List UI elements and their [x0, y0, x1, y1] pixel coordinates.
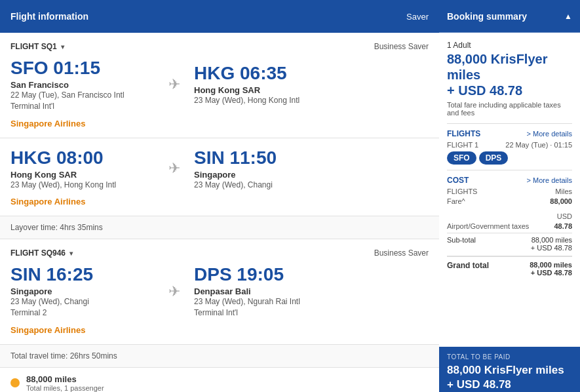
route-pill-row: SFO DPS [447, 151, 572, 165]
flight-hkg-dep-city: Hong Kong SAR [10, 170, 155, 180]
flight1-date: 22 May (Tue) · 01:15 [505, 141, 572, 149]
miles-info: 88,000 miles Total miles, 1 passenger [26, 374, 104, 392]
plane-icon-1-wrap: ✈ [155, 76, 194, 93]
flight-sq946-arr-time: DPS 19:05 [194, 264, 338, 285]
total-price-usd: + USD 48.78 [447, 83, 522, 98]
cost-section-title: COST [447, 176, 469, 185]
flight-sq946-section: FLIGHT SQ946 ▾ Business Saver SIN 16:25 … [0, 239, 439, 345]
subtotal-value: 88,000 miles + USD 48.78 [531, 236, 572, 252]
miles-amount: 88,000 miles [26, 374, 104, 384]
flight-sq946-dep-time: SIN 16:25 [10, 264, 155, 285]
plane-icon-1: ✈ [168, 76, 180, 93]
total-to-pay-section: TOTAL TO BE PAID 88,000 KrisFlyer miles … [439, 347, 580, 392]
fare-label: Fare^ [447, 197, 465, 205]
flight-sq946-chevron: ▾ [69, 250, 73, 257]
grand-total-row: Grand total 88,000 miles + USD 48.78 [447, 256, 572, 277]
airport-value: 48.78 [554, 222, 572, 230]
flight-sin-arr-date: 23 May (Wed), Changi [194, 180, 338, 191]
fare-value: 88,000 [550, 197, 572, 205]
flight-tag-row-1: FLIGHT SQ1 ▾ Business Saver [10, 42, 429, 51]
miles-dot-icon [10, 378, 20, 387]
plane-icon-2: ✈ [168, 160, 180, 177]
flights-section-row: FLIGHTS > More details [447, 129, 572, 138]
flight-sq1-arr-time: HKG 06:35 [194, 63, 338, 84]
plane-icon-3-wrap: ✈ [155, 283, 194, 300]
flight-sq1-departure: SFO 01:15 San Francisco 22 May (Tue), Sa… [10, 58, 155, 112]
flight-sq1-airline[interactable]: Singapore Airlines [10, 119, 85, 128]
flight-hkg-dep: HKG 08:00 Hong Kong SAR 23 May (Wed), Ho… [10, 147, 155, 191]
total-price: 88,000 KrisFlyer miles + USD 48.78 [447, 51, 572, 98]
flight-sq1-arr-city: Hong Kong SAR [194, 85, 338, 95]
booking-body: 1 Adult 88,000 KrisFlyer miles + USD 48.… [439, 33, 580, 347]
flight-tag-row-3: FLIGHT SQ946 ▾ Business Saver [10, 248, 429, 258]
grand-total-label: Grand total [447, 261, 489, 277]
flight-hkg-sin-route: HKG 08:00 Hong Kong SAR 23 May (Wed), Ho… [10, 147, 429, 191]
usd-col-label: USD [557, 212, 572, 220]
total-to-pay-label: TOTAL TO BE PAID [447, 353, 572, 361]
total-travel-text: Total travel time: 26hrs 50mins [10, 351, 117, 361]
cost-section-row: COST > More details [447, 176, 572, 185]
flight-sq1-arr-date: 23 May (Wed), Hong Kong Intl [194, 95, 338, 106]
route-to-pill: DPS [479, 151, 509, 165]
flights-cost-miles-label: Miles [555, 187, 572, 195]
flight-info-header: Flight information Saver [0, 0, 439, 33]
plane-icon-3: ✈ [168, 283, 180, 300]
flights-section-title: FLIGHTS [447, 129, 480, 138]
flight-sq946-dep: SIN 16:25 Singapore 23 May (Wed), Changi… [10, 264, 155, 319]
flight-sq946-arr-city: Denpasar Bali [194, 286, 338, 296]
divider-1 [447, 123, 572, 124]
chevron-up-icon[interactable]: ▲ [564, 12, 572, 21]
route-from-pill: SFO [447, 151, 476, 165]
divider-2 [447, 170, 572, 170]
flight-sq946-airline[interactable]: Singapore Airlines [10, 325, 85, 335]
layover-text: Layover time: 4hrs 35mins [10, 223, 103, 232]
flight-hkg-dep-time: HKG 08:00 [10, 147, 155, 168]
flight-sq1-2-airline[interactable]: Singapore Airlines [10, 197, 85, 206]
flight-info-title: Flight information [10, 11, 88, 22]
flight-sq1-label: FLIGHT SQ1 [10, 42, 57, 51]
flight-sq1-class: Business Saver [374, 42, 429, 51]
flight-sq1-route: SFO 01:15 San Francisco 22 May (Tue), Sa… [10, 58, 429, 112]
flight-sq1-arrival: HKG 06:35 Hong Kong SAR 23 May (Wed), Ho… [194, 63, 338, 106]
booking-summary-panel: Booking summary ▲ 1 Adult 88,000 KrisFly… [439, 0, 580, 392]
flight-sq946-label: FLIGHT SQ946 [10, 248, 66, 258]
flight-sin-arr-time: SIN 11:50 [194, 147, 338, 168]
booking-summary-title: Booking summary [447, 11, 527, 22]
flight-sq1-dep-time: SFO 01:15 [10, 58, 155, 79]
flight-sq946-arr-date: 23 May (Wed), Ngurah Rai Intl Terminal I… [194, 296, 338, 319]
flight-hkg-dep-date: 23 May (Wed), Hong Kong Intl [10, 180, 155, 191]
price-note: Total fare including applicable taxes an… [447, 101, 572, 117]
grand-total-value: 88,000 miles + USD 48.78 [530, 261, 572, 277]
flight-sq946-dep-date: 23 May (Wed), Changi Terminal 2 [10, 296, 155, 319]
fare-row: Fare^ 88,000 [447, 197, 572, 205]
booking-summary-header: Booking summary ▲ [439, 0, 580, 33]
flight-sq1-dep-date: 22 May (Tue), San Francisco Intl Termina… [10, 90, 155, 112]
total-price-miles: 88,000 KrisFlyer miles [447, 52, 547, 82]
flight1-date-row: FLIGHT 1 22 May (Tue) · 01:15 [447, 141, 572, 149]
flight-sin-arr-city: Singapore [194, 170, 338, 180]
flight-tag-3[interactable]: FLIGHT SQ946 ▾ [10, 248, 73, 258]
flight-sq946-dep-city: Singapore [10, 286, 155, 296]
plane-icon-2-wrap: ✈ [155, 160, 194, 177]
layover-row: Layover time: 4hrs 35mins [0, 216, 439, 239]
total-to-pay-value: 88,000 KrisFlyer miles + USD 48.78 [447, 363, 572, 392]
total-travel: Total travel time: 26hrs 50mins [0, 345, 439, 367]
flight-tag-1[interactable]: FLIGHT SQ1 ▾ [10, 42, 64, 51]
saver-label: Saver [406, 12, 429, 22]
flight-sq1-chevron: ▾ [61, 43, 64, 50]
flight-sq946-class: Business Saver [374, 248, 429, 258]
flight-sq1-section: FLIGHT SQ1 ▾ Business Saver SFO 01:15 Sa… [0, 33, 439, 138]
flight-sq1-dep-city: San Francisco [10, 80, 155, 90]
cost-more-details[interactable]: > More details [527, 176, 572, 184]
subtotal-row: Sub-total 88,000 miles + USD 48.78 [447, 233, 572, 252]
airport-label: Airport/Government taxes [447, 222, 529, 230]
miles-summary: 88,000 miles Total miles, 1 passenger [0, 367, 439, 392]
flights-more-details[interactable]: > More details [527, 130, 572, 138]
flight-sin-arr: SIN 11:50 Singapore 23 May (Wed), Changi [194, 147, 338, 191]
airport-row: Airport/Government taxes 48.78 [447, 222, 572, 230]
flight-sq946-arr: DPS 19:05 Denpasar Bali 23 May (Wed), Ng… [194, 264, 338, 319]
flights-cost-label: FLIGHTS [447, 187, 477, 195]
flight1-label: FLIGHT 1 [447, 141, 478, 149]
flight-hkg-sin-section: HKG 08:00 Hong Kong SAR 23 May (Wed), Ho… [0, 138, 439, 217]
subtotal-label: Sub-total [447, 236, 476, 252]
